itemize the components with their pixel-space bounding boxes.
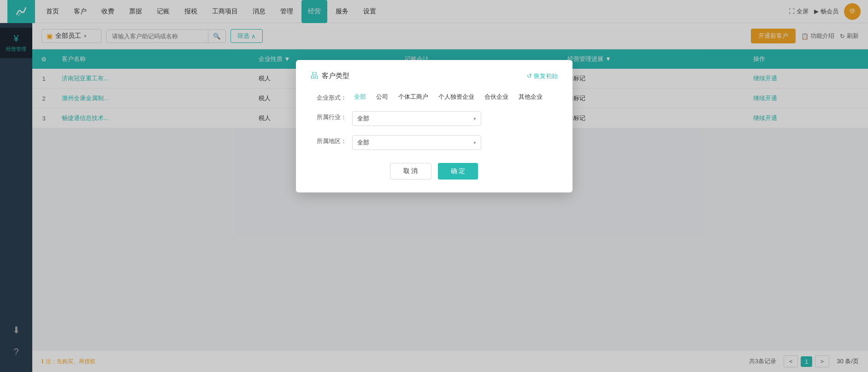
industry-value: 全部 [357,114,369,123]
region-select[interactable]: 全部 ▾ [352,135,481,150]
modal-title-text: 客户类型 [322,72,349,80]
enterprise-option-1[interactable]: 公司 [374,92,390,102]
enterprise-option-0[interactable]: 全部 [352,92,368,102]
enterprise-option-3[interactable]: 个人独资企业 [437,92,476,102]
customer-type-modal: 品 客户类型 ↺ 恢复初始 企业形式： 全部公司个体工商户个人独资企业合伙企业其… [296,60,573,192]
industry-label: 所属行业： [311,111,352,121]
modal-title-icon: 品 [311,71,318,81]
region-chevron: ▾ [473,140,476,146]
industry-row: 所属行业： 全部 ▾ [311,111,558,126]
modal-footer: 取 消 确 定 [311,163,558,180]
enterprise-options: 全部公司个体工商户个人独资企业合伙企业其他企业 [352,92,558,102]
enterprise-option-2[interactable]: 个体工商户 [396,92,430,102]
confirm-button[interactable]: 确 定 [438,163,478,180]
modal-title: 品 客户类型 [311,71,349,81]
enterprise-option-4[interactable]: 合伙企业 [483,92,510,102]
reset-button[interactable]: ↺ 恢复初始 [527,72,558,80]
cancel-button[interactable]: 取 消 [390,163,431,180]
enterprise-form-label: 企业形式： [311,92,352,102]
industry-chevron: ▾ [473,116,476,122]
region-label: 所属地区： [311,135,352,145]
enterprise-form-row: 企业形式： 全部公司个体工商户个人独资企业合伙企业其他企业 [311,92,558,102]
reset-icon: ↺ [527,72,532,79]
modal-header: 品 客户类型 ↺ 恢复初始 [311,71,558,81]
enterprise-option-5[interactable]: 其他企业 [517,92,544,102]
modal-overlay[interactable]: 品 客户类型 ↺ 恢复初始 企业形式： 全部公司个体工商户个人独资企业合伙企业其… [0,0,868,372]
industry-select[interactable]: 全部 ▾ [352,111,481,126]
region-row: 所属地区： 全部 ▾ [311,135,558,150]
region-value: 全部 [357,138,369,147]
reset-label: 恢复初始 [534,72,558,80]
